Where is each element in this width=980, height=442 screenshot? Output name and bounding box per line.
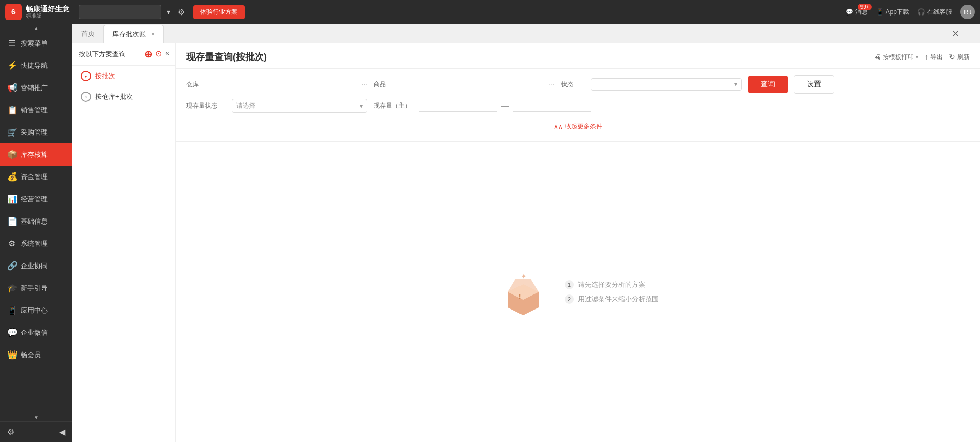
svg-text:✦: ✦	[521, 272, 527, 281]
status-select[interactable]: ▾	[591, 78, 742, 91]
member-icon: 👑	[7, 350, 17, 360]
filter-settings-btn[interactable]: 设置	[794, 75, 834, 94]
topbar: 6 畅康通好生意 标准版 ▾ ⚙ 体验行业方案 💬 消息 99+ 📱 App下载…	[0, 0, 980, 24]
quick-nav-icon: ⚡	[7, 61, 17, 70]
sidebar-item-inventory[interactable]: 📦 库存核算	[0, 143, 72, 166]
sidebar-item-weixin[interactable]: 💬 企业微信	[0, 321, 72, 344]
operations-icon: 📊	[7, 194, 17, 204]
topbar-dropdown-btn[interactable]: ▾	[165, 8, 172, 16]
print-btn[interactable]: 🖨 按模板打印 ▾	[873, 53, 918, 62]
warehouse-input[interactable]: ···	[216, 78, 367, 91]
product-input[interactable]: ···	[404, 78, 555, 91]
weixin-icon: 💬	[7, 328, 17, 337]
app-download-btn[interactable]: 📱 App下载	[876, 8, 909, 17]
sidebar-item-member[interactable]: 👑 畅会员	[0, 344, 72, 366]
sidebar-bottom: ⚙ ◀	[0, 421, 72, 442]
sidebar-item-enterprise[interactable]: 🔗 企业协同	[0, 255, 72, 277]
empty-box-illustration: ✦ !	[497, 269, 549, 315]
main-layout: ▲ ☰ 搜索菜单 ⚡ 快捷导航 📢 营销推广 📋 销售管理 🛒 采购管理	[0, 24, 980, 442]
page-title: 现存量查询(按批次)	[186, 51, 267, 63]
print-dropdown-arrow[interactable]: ▾	[916, 54, 918, 60]
purchase-icon: 🛒	[7, 127, 17, 137]
left-panel-header: 按以下方案查询 ⊕ ⊙ «	[72, 43, 175, 66]
left-panel-settings-btn[interactable]: ⊙	[155, 49, 162, 60]
export-icon: ↑	[925, 53, 928, 61]
headset-icon: 🎧	[917, 8, 925, 16]
sidebar-item-basic-info[interactable]: 📄 基础信息	[0, 210, 72, 232]
export-btn[interactable]: ↑ 导出	[925, 53, 943, 62]
tab-inventory-batch[interactable]: 库存批次账 ×	[103, 25, 164, 43]
filter-stock-qty: 现存量（主） —	[374, 100, 581, 112]
system-icon: ⚙	[7, 239, 17, 248]
left-panel-header-actions: ⊕ ⊙ «	[144, 49, 169, 60]
sales-icon: 📋	[7, 105, 17, 115]
by-warehouse-batch-icon: ○	[81, 92, 91, 102]
filter-product: 商品 ···	[374, 78, 555, 91]
topbar-gear-btn[interactable]: ⚙	[175, 7, 187, 17]
query-btn[interactable]: 查询	[748, 76, 788, 93]
filter-row-1: 仓库 ··· 商品 ···	[186, 75, 970, 94]
empty-box-svg: ✦ !	[497, 269, 549, 315]
topbar-trial-btn[interactable]: 体验行业方案	[193, 5, 245, 19]
page-content: 按以下方案查询 ⊕ ⊙ « ● 按批次 ○ 按仓库+批次	[72, 43, 980, 442]
empty-tips: 1 请先选择要分析的方案 2 用过滤条件来缩小分析范围	[565, 280, 659, 304]
sidebar-item-app-center[interactable]: 📱 应用中心	[0, 299, 72, 321]
finance-icon: 💰	[7, 172, 17, 182]
sidebar-item-search[interactable]: ☰ 搜索菜单	[0, 32, 72, 54]
right-panel: 现存量查询(按批次) 🖨 按模板打印 ▾ ↑ 导出 ↻	[176, 43, 980, 442]
filter-status: 状态 ▾	[561, 78, 742, 91]
collapse-icon: ∧∧	[554, 123, 563, 130]
sidebar-item-purchase[interactable]: 🛒 采购管理	[0, 121, 72, 143]
page-header: 现存量查询(按批次) 🖨 按模板打印 ▾ ↑ 导出 ↻	[176, 43, 980, 69]
sidebar-item-quick-nav[interactable]: ⚡ 快捷导航	[0, 54, 72, 77]
app-brand: 畅康通好生意 标准版	[26, 5, 69, 20]
sidebar-item-operations[interactable]: 📊 经营管理	[0, 188, 72, 210]
tab-bar-close-x[interactable]: ✕	[952, 28, 959, 39]
sidebar: ▲ ☰ 搜索菜单 ⚡ 快捷导航 📢 营销推广 📋 销售管理 🛒 采购管理	[0, 24, 72, 442]
collapse-bar[interactable]: ∧∧ 收起更多条件	[186, 118, 970, 135]
stock-qty-max[interactable]	[513, 100, 591, 112]
left-panel-collapse-btn[interactable]: «	[165, 49, 169, 60]
message-icon: 💬	[845, 8, 853, 16]
sidebar-item-sales[interactable]: 📋 销售管理	[0, 99, 72, 121]
filter-stock-status: 现存量状态 请选择 ▾	[186, 99, 367, 113]
user-avatar[interactable]: Rit	[960, 5, 975, 19]
by-batch-icon: ●	[81, 71, 91, 81]
avatar-circle: Rit	[960, 5, 975, 19]
message-badge: 99+	[858, 4, 872, 10]
tab-bar: 首页 库存批次账 × ✕	[72, 24, 980, 43]
sidebar-items: ☰ 搜索菜单 ⚡ 快捷导航 📢 营销推广 📋 销售管理 🛒 采购管理 📦 库	[0, 32, 72, 413]
sidebar-item-newbie[interactable]: 🎓 新手引导	[0, 277, 72, 299]
sidebar-settings-icon[interactable]: ⚙	[7, 427, 14, 437]
online-service-btn[interactable]: 🎧 在线客服	[917, 8, 952, 17]
messages-btn[interactable]: 💬 消息 99+	[845, 8, 868, 17]
stock-qty-min[interactable]	[419, 100, 497, 112]
left-panel-item-by-batch[interactable]: ● 按批次	[72, 66, 175, 86]
filter-warehouse: 仓库 ···	[186, 78, 367, 91]
refresh-icon: ↻	[949, 53, 955, 61]
sidebar-collapse-icon[interactable]: ◀	[59, 427, 65, 437]
left-panel-item-by-warehouse-batch[interactable]: ○ 按仓库+批次	[72, 86, 175, 107]
svg-text:!: !	[519, 293, 521, 300]
empty-tip-2: 2 用过滤条件来缩小分析范围	[565, 294, 659, 304]
topbar-search-box[interactable]	[79, 5, 161, 19]
refresh-btn[interactable]: ↻ 刷新	[949, 53, 970, 62]
stock-status-select[interactable]: 请选择 ▾	[232, 99, 367, 113]
sidebar-item-system[interactable]: ⚙ 系统管理	[0, 232, 72, 255]
content-area: 首页 库存批次账 × ✕ 按以下方案查询 ⊕ ⊙ «	[72, 24, 980, 442]
app-center-icon: 📱	[7, 305, 17, 315]
sidebar-scroll-up[interactable]: ▲	[0, 24, 72, 32]
sidebar-scroll-down[interactable]: ▼	[0, 413, 72, 421]
phone-icon: 📱	[876, 8, 884, 16]
sidebar-item-marketing[interactable]: 📢 营销推广	[0, 77, 72, 99]
sidebar-item-finance[interactable]: 💰 资金管理	[0, 166, 72, 188]
left-panel-add-btn[interactable]: ⊕	[144, 49, 152, 60]
filter-area: 仓库 ··· 商品 ···	[176, 69, 980, 142]
search-icon: ☰	[7, 38, 17, 48]
empty-state: ✦ ! 1 请先选择要分析的方案 2	[176, 142, 980, 442]
marketing-icon: 📢	[7, 83, 17, 93]
enterprise-icon: 🔗	[7, 261, 17, 271]
tab-close-btn[interactable]: ×	[151, 31, 155, 38]
tab-home[interactable]: 首页	[72, 24, 103, 43]
inventory-icon: 📦	[7, 150, 17, 159]
